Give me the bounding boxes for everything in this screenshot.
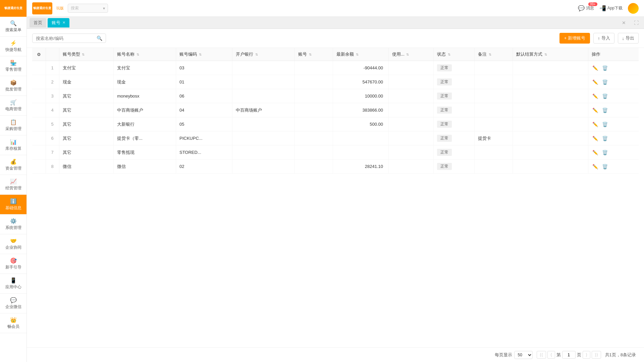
sidebar-item-new-guide[interactable]: 🎯 新手引导: [0, 254, 26, 274]
row-status: 正常: [434, 103, 475, 117]
col-settings[interactable]: ⚙: [32, 48, 46, 61]
status-badge: 正常: [437, 121, 452, 128]
row-default-settlement: [513, 160, 588, 174]
tab-account-close[interactable]: ✕: [62, 20, 65, 25]
message-badge: 99+: [588, 2, 597, 6]
row-account-name: 中百商场账户: [114, 103, 176, 117]
sidebar-item-company-agreement[interactable]: 🤝 企业协同: [0, 234, 26, 254]
row-remark: [475, 75, 513, 89]
pagination-next[interactable]: ⟩: [583, 351, 590, 359]
topbar-app-download[interactable]: 📲 App下载: [599, 5, 623, 11]
row-opening-bank: [232, 89, 295, 103]
tab-home[interactable]: 首页: [30, 18, 46, 27]
tab-account[interactable]: 账号 ✕: [48, 18, 69, 27]
table-row: 8 微信 微信 02 28241.10 正常 ✏️ 🗑️: [32, 160, 639, 174]
pagination-first[interactable]: ⟨⟨: [537, 351, 546, 359]
col-status[interactable]: 状态 ⇅: [434, 48, 475, 61]
user-avatar[interactable]: [628, 3, 639, 14]
row-settings-cell: [32, 75, 46, 89]
col-latest-balance-label: 最新余额: [336, 52, 354, 57]
row-default-settlement: [513, 61, 588, 75]
topbar-search-box[interactable]: 搜索 ▾: [68, 4, 108, 13]
col-usage[interactable]: 使用... ⇅: [388, 48, 433, 61]
sidebar-item-label: 资金管理: [5, 166, 21, 171]
row-delete-button[interactable]: 🗑️: [601, 65, 608, 71]
row-delete-button[interactable]: 🗑️: [601, 135, 608, 142]
table-row: 2 现金 现金 01 547670.00 正常 ✏️ 🗑️: [32, 75, 639, 89]
app-download-icon: 📲: [599, 5, 606, 11]
sidebar-item-inventory-calc[interactable]: 📊 库存核算: [0, 135, 26, 155]
row-edit-button[interactable]: ✏️: [592, 93, 599, 100]
row-account-type: 其它: [59, 103, 114, 117]
row-num: 2: [46, 75, 59, 89]
row-delete-button[interactable]: 🗑️: [601, 149, 608, 156]
table-search-input[interactable]: [36, 36, 95, 41]
sidebar-item-search-menu[interactable]: 🔍 搜索菜单: [0, 17, 26, 37]
page-size-label: 每页显示: [495, 352, 512, 358]
sidebar-item-retail-mgmt[interactable]: 🏪 零售管理: [0, 56, 26, 76]
row-status: 正常: [434, 160, 475, 174]
sidebar-item-capital-mgmt[interactable]: 💰 资金管理: [0, 155, 26, 175]
status-badge: 正常: [437, 135, 452, 142]
sidebar-item-label: 畅会员: [7, 324, 19, 329]
sidebar-item-ecommerce-mgmt[interactable]: 🛒 电商管理: [0, 96, 26, 116]
add-account-button[interactable]: + 新增账号: [559, 33, 590, 44]
row-delete-button[interactable]: 🗑️: [601, 93, 608, 100]
row-delete-button[interactable]: 🗑️: [601, 163, 608, 170]
row-edit-button[interactable]: ✏️: [592, 121, 599, 128]
sidebar-item-quick-nav[interactable]: ⚡ 快捷导航: [0, 37, 26, 56]
pagination-last[interactable]: ⟩⟩: [592, 351, 601, 359]
col-opening-bank[interactable]: 开户银行 ⇅: [232, 48, 295, 61]
row-delete-button[interactable]: 🗑️: [601, 121, 608, 128]
col-default-settlement-label: 默认结算方式: [516, 52, 542, 57]
export-button[interactable]: ↓ 导出: [618, 33, 639, 44]
sidebar-item-vip-member[interactable]: 👑 畅会员: [0, 313, 26, 333]
col-account-type[interactable]: 账号类型 ⇅: [59, 48, 114, 61]
row-delete-button[interactable]: 🗑️: [601, 107, 608, 114]
pagination-prev[interactable]: ⟨: [547, 351, 555, 359]
search-menu-icon: 🔍: [1, 20, 25, 26]
row-default-settlement: [513, 145, 588, 160]
export-label: 导出: [626, 35, 634, 41]
row-account-code: 02: [176, 160, 232, 174]
row-edit-button[interactable]: ✏️: [592, 79, 599, 85]
col-account-no[interactable]: 账号 ⇅: [295, 48, 333, 61]
sidebar-item-operations-mgmt[interactable]: 📈 经营管理: [0, 175, 26, 195]
table-search-icon[interactable]: 🔍: [97, 36, 102, 41]
row-edit-button[interactable]: ✏️: [592, 107, 599, 114]
pagination-page-input[interactable]: [562, 351, 576, 359]
row-status: 正常: [434, 117, 475, 131]
col-account-code[interactable]: 账号编码 ⇅: [176, 48, 232, 61]
row-edit-button[interactable]: ✏️: [592, 65, 599, 71]
row-remark: [475, 145, 513, 160]
tab-window-maximize[interactable]: ⛶: [631, 19, 641, 26]
col-latest-balance[interactable]: 最新余额 ⇅: [333, 48, 388, 61]
row-delete-button[interactable]: 🗑️: [601, 79, 608, 85]
import-button[interactable]: ↑ 导入: [593, 33, 614, 44]
row-edit-button[interactable]: ✏️: [592, 163, 599, 170]
row-latest-balance: 500.00: [333, 117, 388, 131]
purchase-mgmt-icon: 📋: [1, 119, 25, 125]
row-num: 6: [46, 131, 59, 145]
sidebar-item-label: 企业微信: [5, 304, 21, 309]
sidebar-item-app-center[interactable]: 📱 应用中心: [0, 274, 26, 294]
topbar-message-button[interactable]: 💬 消息 99+: [578, 5, 594, 11]
page-size-selector[interactable]: 50 20 100: [514, 351, 533, 359]
sidebar-item-wholesale-mgmt[interactable]: 📦 批发管理: [0, 76, 26, 96]
col-default-settlement[interactable]: 默认结算方式 ⇅: [513, 48, 588, 61]
row-edit-button[interactable]: ✏️: [592, 135, 599, 142]
tab-window-close[interactable]: ✕: [619, 19, 629, 26]
sidebar-item-purchase-mgmt[interactable]: 📋 采购管理: [0, 116, 26, 135]
row-edit-button[interactable]: ✏️: [592, 149, 599, 156]
sidebar-item-basic-info[interactable]: ℹ️ 基础信息: [0, 195, 26, 215]
col-account-name[interactable]: 账号名称 ⇅: [114, 48, 176, 61]
sidebar-item-system-mgmt[interactable]: ⚙️ 系统管理: [0, 215, 26, 234]
row-usage: [388, 145, 433, 160]
topbar-dropdown-icon[interactable]: ▾: [103, 6, 105, 11]
row-account-code: 06: [176, 89, 232, 103]
row-settings-cell: [32, 145, 46, 160]
sort-account-type-icon: ⇅: [82, 53, 85, 56]
row-usage: [388, 117, 433, 131]
col-remark[interactable]: 备注 ⇅: [475, 48, 513, 61]
sidebar-item-enterprise-wechat[interactable]: 💬 企业微信: [0, 294, 26, 313]
